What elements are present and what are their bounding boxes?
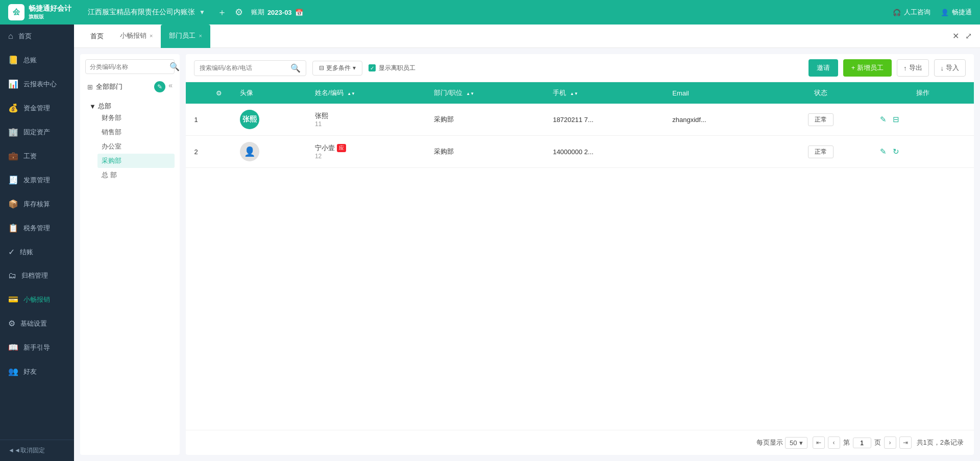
user-area[interactable]: 👤 畅捷通 [941, 8, 972, 17]
all-dept-label: ⊞ 全部部门 [87, 82, 122, 91]
sidebar: ⌂ 首页 📒 总账 📊 云报表中心 💰 资金管理 🏢 固定资产 💼 工资 🧾 发… [0, 25, 74, 461]
main-layout: ⌂ 首页 📒 总账 📊 云报表中心 💰 资金管理 🏢 固定资产 💼 工资 🧾 发… [0, 25, 980, 461]
dept-item-purchase[interactable]: 采购部 [97, 154, 175, 168]
sidebar-item-home[interactable]: ⌂ 首页 [0, 25, 74, 48]
join-icon: 👥 [8, 367, 18, 376]
edit-employee-2-button[interactable]: ✎ [880, 147, 887, 156]
page-size-chevron-icon: ▾ [799, 439, 803, 447]
table-toolbar: 🔍 ⊟ 更多条件 ▾ ✓ 显示离职员工 邀请 + 新增员工 [186, 54, 974, 82]
app-name: 畅捷通好会计 [29, 4, 71, 13]
sidebar-item-fixed-assets[interactable]: 🏢 固定资产 [0, 120, 74, 144]
payroll-icon: 💼 [8, 151, 18, 161]
sidebar-item-settings[interactable]: ⚙ 基础设置 [0, 311, 74, 335]
tab-close-expense[interactable]: × [150, 33, 153, 39]
sidebar-item-inventory[interactable]: 📦 库存核算 [0, 192, 74, 216]
row-name-2: 宁小壹 应 12 [307, 136, 426, 168]
sidebar-item-guide[interactable]: 📖 新手引导 [0, 335, 74, 359]
table-panel: 🔍 ⊟ 更多条件 ▾ ✓ 显示离职员工 邀请 + 新增员工 [186, 54, 974, 455]
employee-search-input[interactable] [200, 64, 287, 71]
sidebar-item-join[interactable]: 👥 好友 [0, 359, 74, 383]
show-resigned-checkbox[interactable]: ✓ [369, 64, 376, 71]
dept-parent-root: ▼ 总部 财务部 销售部 办公室 采购部 总 部 [89, 100, 175, 184]
row-phone-2: 14000000 2... [545, 136, 664, 168]
edit-employee-1-button[interactable]: ✎ [880, 115, 887, 124]
page-prev-button[interactable]: ‹ [828, 436, 840, 449]
funds-icon: 💰 [8, 103, 18, 113]
user-avatar-icon: 👤 [941, 9, 949, 16]
dept-search-input[interactable] [90, 63, 166, 70]
sidebar-item-expense[interactable]: 💳 小畅报销 [0, 287, 74, 311]
col-name-code: 姓名/编码 ▲▼ [307, 82, 426, 104]
filter-button[interactable]: ⊟ 更多条件 ▾ [312, 61, 362, 76]
unpin-button[interactable]: ◄◄取消固定 [0, 440, 74, 461]
sidebar-item-general-ledger[interactable]: 📒 总账 [0, 48, 74, 72]
row-phone-1: 18720211 7... [545, 104, 664, 136]
content-area: 首页 小畅报销 × 部门员工 × ✕ ⤢ 🔍 [74, 25, 980, 461]
tab-expense-report[interactable]: 小畅报销 × [112, 25, 161, 48]
collapse-tree-button[interactable]: « [168, 81, 173, 92]
row-email-2 [664, 136, 770, 168]
add-employee-button[interactable]: + 新增员工 [843, 59, 892, 77]
page-size-dropdown[interactable]: 50 ▾ [785, 437, 807, 449]
dept-sort-icon[interactable]: ▲▼ [466, 91, 474, 96]
dept-item-office[interactable]: 办公室 [97, 139, 175, 154]
sidebar-item-payroll[interactable]: 💼 工资 [0, 144, 74, 168]
sidebar-item-reports[interactable]: 📊 云报表中心 [0, 72, 74, 96]
col-settings-icon[interactable]: ⚙ [216, 89, 222, 97]
employee-table: ⚙ 头像 姓名/编码 ▲▼ 部门/职位 ▲▼ [186, 82, 974, 430]
calendar-icon[interactable]: 📅 [295, 9, 303, 16]
row-status-1: 正常 [770, 104, 872, 136]
settings-icon[interactable]: ⚙ [235, 7, 243, 18]
period-area: 账期 2023-03 📅 [251, 8, 303, 17]
dept-item-sales[interactable]: 销售部 [97, 125, 175, 139]
ledger-icon: 📒 [8, 55, 18, 65]
add-dept-button[interactable]: ✎ [154, 81, 165, 92]
table-row: 1 张熙 张熙 11 [186, 104, 974, 136]
page-next-button[interactable]: › [884, 436, 896, 449]
all-dept-row[interactable]: ⊞ 全部部门 ✎ « [85, 78, 175, 95]
refresh-employee-2-button[interactable]: ↻ [893, 147, 899, 156]
phone-sort-icon[interactable]: ▲▼ [570, 91, 578, 96]
col-index [186, 82, 206, 104]
export-icon: ↑ [903, 64, 907, 72]
tax-icon: 📋 [8, 223, 18, 233]
tab-close-dept[interactable]: × [199, 33, 202, 39]
toolbar-right: 邀请 + 新增员工 ↑ 导出 ↓ 导入 [808, 59, 966, 77]
sidebar-item-funds[interactable]: 💰 资金管理 [0, 96, 74, 120]
invite-button[interactable]: 邀请 [808, 59, 838, 77]
tab-home[interactable]: 首页 [82, 25, 112, 48]
dept-search-box[interactable]: 🔍 [85, 59, 175, 74]
sidebar-item-tax[interactable]: 📋 税务管理 [0, 216, 74, 240]
employee-search-box[interactable]: 🔍 [194, 60, 306, 76]
name-sort-icon[interactable]: ▲▼ [347, 91, 355, 96]
import-button[interactable]: ↓ 导入 [934, 59, 966, 77]
sidebar-item-invoice[interactable]: 🧾 发票管理 [0, 168, 74, 192]
col-settings: ⚙ [206, 82, 232, 104]
row-avatar-2: 👤 [232, 136, 307, 168]
export-button[interactable]: ↑ 导出 [897, 59, 929, 77]
dept-item-finance[interactable]: 财务部 [97, 111, 175, 125]
dept-item-general[interactable]: 总 部 [97, 168, 175, 182]
service-area[interactable]: 🎧 人工咨询 [893, 8, 930, 17]
tab-close-window-icon[interactable]: ✕ [952, 31, 959, 41]
settings-menu-icon: ⚙ [8, 319, 15, 328]
guide-icon: 📖 [8, 343, 18, 352]
company-name[interactable]: 江西服宝精品有限责任公司内账张 ▼ [88, 8, 205, 17]
tab-dept-employee[interactable]: 部门员工 × [161, 25, 210, 48]
page-first-button[interactable]: ⇤ [813, 436, 825, 449]
row-email-1: zhangxidf... [664, 104, 770, 136]
page-last-button[interactable]: ⇥ [899, 436, 912, 449]
page-number-input[interactable] [853, 438, 871, 448]
sidebar-item-settlement[interactable]: ✓ 结账 [0, 240, 74, 264]
tabs-bar: 首页 小畅报销 × 部门员工 × ✕ ⤢ [74, 25, 980, 48]
tab-expand-icon[interactable]: ⤢ [965, 31, 972, 41]
show-resigned-area[interactable]: ✓ 显示离职员工 [369, 64, 415, 72]
sidebar-item-archive[interactable]: 🗂 归档管理 [0, 264, 74, 287]
add-button[interactable]: ＋ [217, 6, 227, 18]
col-avatar: 头像 [232, 82, 307, 104]
col-status: 状态 [770, 82, 872, 104]
row-dept-2: 采购部 [426, 136, 545, 168]
logout-employee-1-button[interactable]: ⊟ [893, 115, 899, 124]
col-email: Email [664, 82, 770, 104]
row-avatar-1: 张熙 [232, 104, 307, 136]
